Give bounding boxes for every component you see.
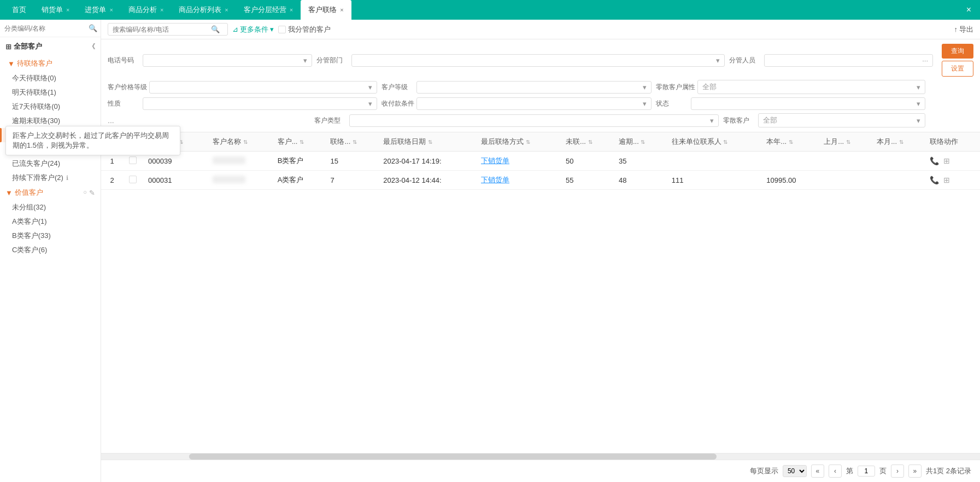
sort-icon-unread[interactable]: ⇅	[588, 139, 592, 145]
sort-icon-last-date[interactable]: ⇅	[428, 139, 432, 145]
sort-icon-unit-contact[interactable]: ⇅	[723, 139, 727, 145]
edit-icon[interactable]: ✎	[89, 189, 95, 197]
search-input[interactable]	[113, 26, 211, 33]
sort-icon-this-year[interactable]: ⇅	[789, 139, 793, 145]
nav-item-product-analysis[interactable]: 商品分析 ×	[121, 0, 171, 20]
last-way-link-1[interactable]: 下销货单	[481, 156, 509, 165]
sort-icon-last-way[interactable]: ⇅	[526, 139, 530, 145]
export-button[interactable]: ↑ 导出	[954, 25, 974, 34]
price-level-select[interactable]: ▾	[149, 81, 377, 94]
sort-icon-overdue[interactable]: ⇅	[641, 139, 645, 145]
retail-attr-select[interactable]: 全部 ▾	[697, 80, 925, 94]
nav-item-purchase[interactable]: 进货单 ×	[77, 0, 120, 20]
query-button[interactable]: 查询	[942, 44, 973, 59]
next-page-button[interactable]: ›	[891, 464, 904, 478]
chevron-down-icon: ▾	[710, 117, 714, 125]
row-last-date: 2023-04-12 14:44:	[378, 171, 476, 190]
filter-cust-type: 客户类型 ▾	[314, 114, 719, 127]
col-header-action: 联络动作	[924, 132, 980, 152]
status-select[interactable]: ▾	[691, 97, 925, 110]
pay-term-select[interactable]: ▾	[416, 97, 651, 110]
row-checkbox-1[interactable]	[129, 156, 137, 164]
chevron-down-icon: ▾	[917, 83, 920, 91]
nav-item-customer-tier[interactable]: 客户分层经营 ×	[236, 0, 301, 20]
sidebar-search-input[interactable]	[4, 25, 86, 32]
row-unread: 55	[560, 171, 613, 190]
cust-type-select[interactable]: ▾	[349, 114, 719, 127]
my-customer-checkbox[interactable]: 我分管的客户	[278, 25, 331, 34]
filter-dept: 分管部门 ▾	[316, 54, 725, 67]
sort-icon-this-month[interactable]: ⇅	[899, 139, 903, 145]
last-way-link-2[interactable]: 下销货单	[481, 176, 509, 184]
nav-item-product-list[interactable]: 商品分析列表 ×	[171, 0, 236, 20]
nav-close-product-list[interactable]: ×	[225, 7, 228, 13]
nav-close-purchase[interactable]: ×	[109, 7, 113, 13]
row-contact: 15	[325, 152, 378, 171]
action-grid-icon[interactable]: ⊞	[943, 156, 950, 165]
more-filter-button[interactable]: ⊿ 更多条件 ▾	[232, 25, 274, 34]
retail-cust-select[interactable]: 全部 ▾	[758, 113, 925, 127]
filter-more-dots[interactable]: ...	[108, 116, 114, 125]
sidebar-item-today[interactable]: 今天待联络(0)	[0, 71, 101, 85]
sidebar-item-class-a[interactable]: A类客户(1)	[0, 214, 101, 229]
sidebar-item-7days[interactable]: 近7天待联络(0)	[0, 100, 101, 114]
chevron-down-icon: ▾	[917, 117, 920, 125]
set-button[interactable]: 设置	[942, 61, 973, 77]
nav-close-product-analysis[interactable]: ×	[160, 7, 163, 13]
nav-close-customer-contact[interactable]: ×	[340, 7, 343, 13]
action-grid-icon[interactable]: ⊞	[943, 176, 950, 184]
sidebar-group-value-customers[interactable]: ▼ 价值客户 ○ ✎	[0, 185, 101, 200]
sidebar-item-tomorrow[interactable]: 明天待联络(1)	[0, 85, 101, 100]
filter-retail-attr: 零散客户属性 全部 ▾	[656, 80, 925, 94]
sidebar-group-waiting[interactable]: ▼ 待联络客户	[0, 56, 101, 71]
nav-item-home[interactable]: 首页	[4, 0, 34, 20]
nav-item-sales[interactable]: 销货单 ×	[34, 0, 77, 20]
person-select[interactable]: ···	[764, 54, 934, 67]
sidebar-collapse-button[interactable]: 《	[89, 42, 95, 51]
row-checkbox-2[interactable]	[129, 176, 137, 183]
chevron-down-icon: ▾	[368, 100, 372, 108]
sidebar-item-class-c[interactable]: C类客户(6)	[0, 243, 101, 257]
sidebar-item-continuous-down[interactable]: 持续下滑客户(2) ℹ	[0, 171, 101, 185]
first-page-button[interactable]: «	[811, 464, 824, 478]
row-num: 2	[101, 171, 123, 190]
filter-gender: 性质 ▾	[108, 97, 377, 110]
window-close-button[interactable]: ×	[962, 5, 976, 15]
sort-icon-contact[interactable]: ⇅	[353, 139, 357, 145]
sidebar-item-unclassified[interactable]: 未分组(32)	[0, 200, 101, 214]
dots-icon: ···	[922, 56, 928, 65]
sidebar-item-class-b[interactable]: B类客户(33)	[0, 229, 101, 243]
filter-row-4: ... 客户类型 ▾ 零散客户 全部 ▾	[108, 113, 973, 127]
row-unit-contact: 111	[666, 171, 761, 190]
sort-icon-last-month[interactable]: ⇅	[846, 139, 850, 145]
last-page-button[interactable]: »	[908, 464, 922, 478]
my-customer-check[interactable]	[278, 26, 286, 33]
continuous-down-info-icon: ℹ	[66, 175, 68, 181]
sidebar-item-lost-confirmed[interactable]: 已流失客户(24)	[0, 156, 101, 171]
sidebar-all-customers[interactable]: ⊞ 全部客户 《	[0, 37, 101, 56]
action-phone-icon[interactable]: 📞	[930, 156, 939, 165]
sort-icon-level[interactable]: ⇅	[300, 139, 304, 145]
dept-select[interactable]: ▾	[351, 54, 725, 67]
sidebar-search-icon[interactable]: 🔍	[89, 24, 97, 32]
export-icon: ↑	[954, 25, 958, 33]
gender-select[interactable]: ▾	[143, 97, 377, 110]
per-page-select[interactable]: 50	[783, 465, 807, 477]
nav-close-sales[interactable]: ×	[66, 7, 69, 13]
nav-close-customer-tier[interactable]: ×	[290, 7, 293, 13]
nav-item-customer-contact[interactable]: 客户联络 ×	[301, 0, 351, 20]
content-area: 🔍 ⊿ 更多条件 ▾ 我分管的客户 ↑ 导出	[101, 20, 980, 482]
chevron-down-icon: ▾	[643, 83, 647, 91]
cust-level-select[interactable]: ▾	[416, 81, 651, 94]
circular-icon[interactable]: ○	[83, 189, 87, 197]
action-phone-icon[interactable]: 📞	[930, 176, 939, 184]
sort-icon-name[interactable]: ⇅	[243, 139, 248, 145]
filter-price-level: 客户价格等级 ▾	[108, 81, 377, 94]
page-input[interactable]	[858, 466, 875, 477]
horizontal-scrollbar[interactable]	[101, 453, 980, 460]
chevron-down-icon: ▾	[368, 83, 372, 91]
filter-icon: ⊿	[232, 25, 238, 33]
prev-page-button[interactable]: ‹	[829, 464, 842, 478]
search-icon[interactable]: 🔍	[211, 25, 220, 33]
phone-select[interactable]: ▾	[143, 54, 312, 67]
